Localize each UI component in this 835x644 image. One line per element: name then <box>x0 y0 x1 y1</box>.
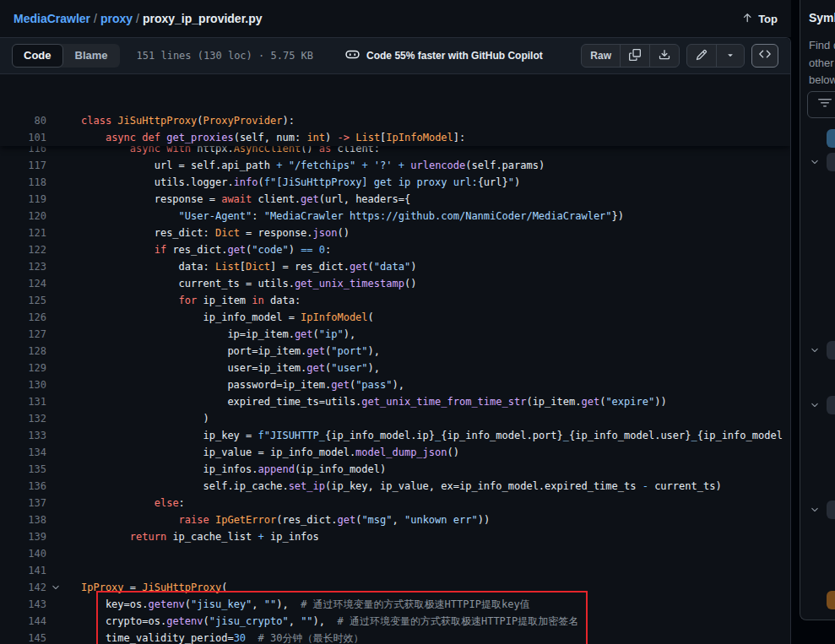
breadcrumb-folder-link[interactable]: proxy <box>100 12 133 25</box>
chevron-slot <box>46 360 65 376</box>
code-line: 126 ip_info_model = IpInfoModel( <box>0 309 790 326</box>
line-number[interactable]: 130 <box>0 376 46 393</box>
line-number[interactable]: 136 <box>0 478 46 495</box>
line-number[interactable]: 120 <box>0 208 46 225</box>
copilot-icon <box>345 47 360 65</box>
raw-button[interactable]: Raw <box>582 45 620 67</box>
chevron-slot <box>46 174 65 191</box>
code-text: if res_dict.get("code") == 0: <box>65 241 790 258</box>
sticky-code-line: 80class JiSuHttpProxy(ProxyProvider): <box>0 112 790 129</box>
code-line: 128 port=ip_item.get("port"), <box>0 343 790 360</box>
back-to-top-label: Top <box>758 13 778 25</box>
line-number[interactable]: 142 <box>0 579 46 596</box>
symbol-row <box>809 152 835 172</box>
code-line: 118 utils.logger.info(f"[JiSuHttpProxy] … <box>0 174 790 191</box>
line-number[interactable]: 131 <box>0 393 46 410</box>
line-number[interactable]: 127 <box>0 326 46 343</box>
line-number[interactable]: 135 <box>0 461 46 478</box>
copilot-promo-link[interactable]: Code 55% faster with GitHub Copilot <box>345 47 543 65</box>
code-line: 143 key=os.getenv("jisu_key", ""), # 通过环… <box>0 596 790 613</box>
line-number[interactable]: 137 <box>0 495 46 511</box>
copy-raw-content-button[interactable] <box>621 45 649 67</box>
code-text: current_ts = utils.get_unix_timestamp() <box>65 275 790 292</box>
code-line: 133 ip_key = f"JISUHTTP_{ip_info_model.i… <box>0 427 790 444</box>
line-number[interactable]: 138 <box>0 511 46 528</box>
line-number[interactable]: 132 <box>0 410 46 427</box>
line-number[interactable]: 143 <box>0 596 46 613</box>
symbol-pill[interactable] <box>827 129 835 148</box>
symbol-pill[interactable] <box>827 396 835 414</box>
chevron-slot <box>46 376 65 393</box>
code-text <box>65 562 790 579</box>
line-number[interactable]: 121 <box>0 225 46 241</box>
symbols-panel-description: Find definitions and references for func… <box>809 37 835 89</box>
chevron-slot <box>46 258 65 275</box>
tab-code[interactable]: Code <box>12 44 63 68</box>
code-line: 123 data: List[Dict] = res_dict.get("dat… <box>0 258 790 275</box>
code-text: "User-Agent": "MediaCrawler https://gith… <box>65 208 790 225</box>
chevron-slot <box>46 208 65 225</box>
chevron-slot <box>46 410 65 427</box>
code-text: IpProxy = JiSuHttpProxy( <box>65 579 790 596</box>
chevron-down-icon[interactable] <box>809 400 821 410</box>
line-number[interactable]: 119 <box>0 191 46 208</box>
line-number[interactable]: 145 <box>0 630 46 644</box>
caret-down-icon <box>725 50 735 62</box>
symbol-pill[interactable] <box>827 153 835 171</box>
chevron-down-icon[interactable] <box>809 157 821 167</box>
symbol-pill[interactable] <box>827 341 835 360</box>
chevron-down-icon[interactable] <box>809 505 821 515</box>
line-number[interactable]: 128 <box>0 343 46 360</box>
download-icon <box>659 49 670 63</box>
symbols-panel-title: Symbols <box>809 11 835 24</box>
line-number[interactable]: 144 <box>0 613 46 630</box>
symbols-panel-toggle-button[interactable] <box>751 44 778 68</box>
line-number[interactable]: 80 <box>0 112 46 129</box>
line-number[interactable]: 140 <box>0 545 46 562</box>
code-text: return ip_cache_list + ip_infos <box>65 528 790 545</box>
edit-button-group <box>686 44 745 68</box>
symbol-row <box>809 500 835 520</box>
code-text: password=ip_item.get("pass"), <box>65 376 790 393</box>
collapse-chevron-icon[interactable] <box>46 579 65 596</box>
line-number[interactable]: 141 <box>0 562 46 579</box>
code-text: ip_value = ip_info_model.model_dump_json… <box>65 444 790 461</box>
chevron-down-icon[interactable] <box>809 345 821 355</box>
line-number[interactable]: 124 <box>0 275 46 292</box>
line-number[interactable]: 118 <box>0 174 46 191</box>
line-number[interactable]: 122 <box>0 241 46 258</box>
code-text: ) <box>65 410 790 427</box>
file-view-container: Code Blame 151 lines (130 loc) · 5.75 KB… <box>0 37 791 644</box>
line-number[interactable]: 123 <box>0 258 46 275</box>
line-number[interactable]: 125 <box>0 292 46 309</box>
code-text: for ip_item in data: <box>65 292 790 309</box>
symbol-pill[interactable] <box>827 591 835 609</box>
line-number[interactable]: 134 <box>0 444 46 461</box>
symbol-pill[interactable] <box>827 501 835 519</box>
line-number[interactable]: 101 <box>0 129 46 146</box>
chevron-slot <box>46 596 65 613</box>
line-number[interactable]: 133 <box>0 427 46 444</box>
line-number[interactable]: 117 <box>0 157 46 174</box>
back-to-top-button[interactable]: Top <box>741 12 778 26</box>
code-line: 120 "User-Agent": "MediaCrawler https://… <box>0 208 790 225</box>
line-number[interactable]: 129 <box>0 360 46 376</box>
filter-symbols-input[interactable] <box>807 91 835 118</box>
filter-icon <box>818 96 832 113</box>
tab-blame[interactable]: Blame <box>63 44 120 68</box>
code-text: ip_infos.append(ip_info_model) <box>65 461 790 478</box>
symbol-row <box>809 395 835 415</box>
code-text: else: <box>65 495 790 511</box>
code-text: ip_info_model = IpInfoModel( <box>65 309 790 326</box>
line-number[interactable]: 139 <box>0 528 46 545</box>
code-text: utils.logger.info(f"[JiSuHttpProxy] get … <box>65 174 790 191</box>
chevron-slot <box>46 495 65 511</box>
line-number[interactable]: 126 <box>0 309 46 326</box>
edit-file-button[interactable] <box>687 45 716 67</box>
chevron-slot <box>46 241 65 258</box>
breadcrumb-repo-link[interactable]: MediaCrawler <box>14 12 90 25</box>
code-line: 141 <box>0 562 790 579</box>
download-raw-button[interactable] <box>650 45 679 67</box>
edit-dropdown-button[interactable] <box>717 45 744 67</box>
symbol-row <box>809 340 835 360</box>
